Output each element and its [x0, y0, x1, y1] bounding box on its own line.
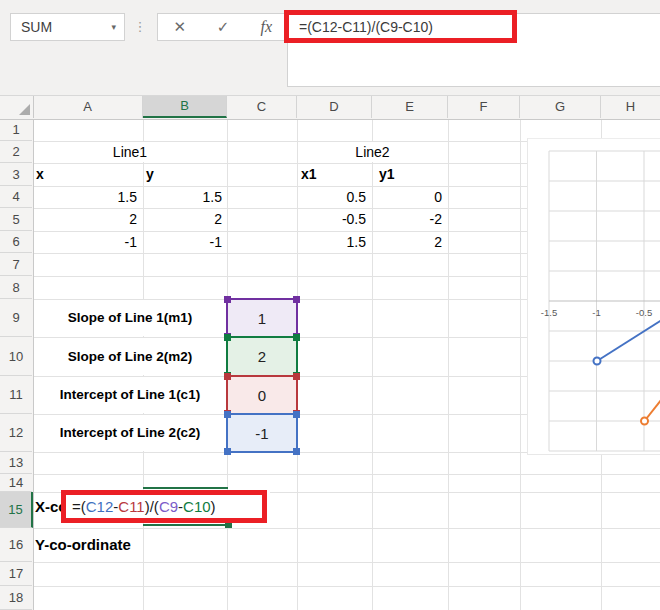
cell-A4[interactable]: 1.5: [35, 187, 137, 207]
separator-dots-icon: ⋮: [133, 13, 147, 39]
tick-label: -0.5: [636, 307, 652, 318]
cell-C11-highlighted[interactable]: 0: [226, 375, 298, 415]
formula-segment: )/(: [145, 498, 159, 515]
label-slope-line1[interactable]: Slope of Line 1(m1): [34, 300, 226, 336]
cell-label-y1[interactable]: y1: [379, 164, 395, 185]
cell-C10-highlighted[interactable]: 2: [226, 336, 298, 377]
row-header-12[interactable]: 12: [0, 414, 32, 452]
handle-icon[interactable]: [224, 334, 231, 341]
tick-label: -1: [592, 307, 600, 318]
edit-cell-top-border: [143, 487, 228, 489]
row-header-3[interactable]: 3: [0, 163, 32, 186]
row-header-1[interactable]: 1: [0, 119, 32, 141]
cell-C9-value: 1: [258, 310, 266, 327]
cell-A16-label[interactable]: Y-co-ordinate: [35, 529, 131, 561]
handle-icon[interactable]: [224, 411, 231, 418]
cell-label-y[interactable]: y: [146, 164, 154, 185]
cell-A6[interactable]: -1: [35, 232, 137, 252]
handle-icon[interactable]: [224, 373, 231, 380]
cell-E5[interactable]: -2: [374, 209, 442, 230]
series-line1-marker[interactable]: [594, 358, 601, 365]
row-header-2[interactable]: 2: [0, 141, 32, 163]
cell-line2-title[interactable]: Line2: [298, 142, 447, 162]
name-box[interactable]: SUM ▾: [10, 13, 125, 41]
gridline-horizontal: [33, 586, 660, 587]
enter-icon[interactable]: ✓: [201, 18, 244, 36]
cell-line1-title[interactable]: Line1: [34, 142, 226, 162]
column-header-C[interactable]: C: [227, 95, 297, 118]
row-header-10[interactable]: 10: [0, 337, 32, 376]
formula-bar-strip: SUM ▾ ⋮ ✕ ✓ fx =(C12-C11)/(C9-C10): [0, 0, 660, 96]
formula-ref-C10: C10: [183, 498, 211, 515]
cell-label-x1[interactable]: x1: [301, 164, 317, 185]
cell-C9-highlighted[interactable]: 1: [226, 298, 298, 338]
cell-A5[interactable]: 2: [35, 209, 137, 230]
cell-B4[interactable]: 1.5: [145, 187, 222, 207]
cell-B5[interactable]: 2: [145, 209, 222, 230]
formula-ref-C9: C9: [159, 498, 178, 515]
label-slope-line2[interactable]: Slope of Line 2(m2): [34, 338, 226, 375]
handle-icon[interactable]: [293, 373, 300, 380]
row-header-7[interactable]: 7: [0, 253, 32, 276]
handle-icon[interactable]: [224, 448, 231, 455]
row-header-16[interactable]: 16: [0, 528, 32, 562]
cancel-icon[interactable]: ✕: [158, 18, 201, 36]
gridline-horizontal: [33, 562, 660, 563]
column-header-G[interactable]: G: [520, 95, 601, 118]
chevron-down-icon[interactable]: ▾: [111, 22, 124, 32]
column-header-B[interactable]: B: [143, 95, 227, 118]
handle-icon[interactable]: [293, 334, 300, 341]
cell-E4[interactable]: 0: [374, 187, 442, 207]
tick-label: -1.5: [541, 307, 557, 318]
chart-x-tick-labels: -1.5 -1 -0.5: [541, 307, 652, 318]
cell-E6[interactable]: 2: [374, 232, 442, 252]
excel-window: SUM ▾ ⋮ ✕ ✓ fx =(C12-C11)/(C9-C10) A B C…: [0, 0, 660, 610]
gridline-vertical: [448, 119, 449, 610]
cell-D5[interactable]: -0.5: [299, 209, 366, 230]
formula-bar-text[interactable]: =(C12-C11)/(C9-C10): [299, 14, 433, 40]
formula-buttons: ✕ ✓ fx: [157, 13, 289, 41]
handle-icon[interactable]: [224, 296, 231, 303]
cell-D6[interactable]: 1.5: [299, 232, 366, 252]
chart-canvas: -1.5 -1 -0.5: [528, 139, 660, 454]
series-line2-marker[interactable]: [641, 418, 648, 425]
edit-cell-bottom-border: [143, 524, 229, 526]
select-all-triangle-icon: [19, 104, 30, 115]
insert-function-icon[interactable]: fx: [245, 18, 288, 36]
cell-C12-highlighted[interactable]: -1: [226, 413, 298, 453]
select-all-corner[interactable]: [0, 95, 34, 118]
row-header-13[interactable]: 13: [0, 452, 32, 474]
row-header-18[interactable]: 18: [0, 586, 32, 610]
handle-icon[interactable]: [293, 448, 300, 455]
column-header-D[interactable]: D: [297, 95, 372, 118]
row-header-14[interactable]: 14: [0, 474, 32, 492]
formula-segment: =(: [72, 498, 86, 515]
handle-icon[interactable]: [293, 411, 300, 418]
cell-B6[interactable]: -1: [145, 232, 222, 252]
in-cell-formula[interactable]: =(C12-C11)/(C9-C10): [72, 491, 216, 522]
label-intercept-line2[interactable]: Intercept of Line 2(c2): [34, 415, 226, 451]
fill-handle-icon[interactable]: [225, 521, 232, 528]
row-header-9[interactable]: 9: [0, 299, 32, 337]
gridline-vertical: [520, 119, 521, 610]
series-line1[interactable]: [597, 321, 660, 362]
column-header-H[interactable]: H: [601, 95, 660, 118]
label-intercept-line1[interactable]: Intercept of Line 1(c1): [34, 377, 226, 413]
formula-ref-C11: C11: [118, 498, 144, 515]
row-header-11[interactable]: 11: [0, 376, 32, 414]
scatter-chart[interactable]: -1.5 -1 -0.5: [527, 138, 660, 455]
column-header-F[interactable]: F: [448, 95, 520, 118]
gridline-vertical: [372, 119, 373, 610]
row-header-17[interactable]: 17: [0, 562, 32, 586]
row-header-6[interactable]: 6: [0, 231, 32, 253]
column-header-A[interactable]: A: [33, 95, 143, 118]
column-header-E[interactable]: E: [372, 95, 448, 118]
row-header-8[interactable]: 8: [0, 276, 32, 299]
row-header-4[interactable]: 4: [0, 186, 32, 208]
handle-icon[interactable]: [293, 296, 300, 303]
column-headers: A B C D E F G H: [0, 95, 660, 120]
row-header-15[interactable]: 15: [0, 492, 33, 528]
cell-D4[interactable]: 0.5: [299, 187, 366, 207]
row-header-5[interactable]: 5: [0, 208, 32, 231]
cell-label-x[interactable]: x: [36, 164, 44, 185]
